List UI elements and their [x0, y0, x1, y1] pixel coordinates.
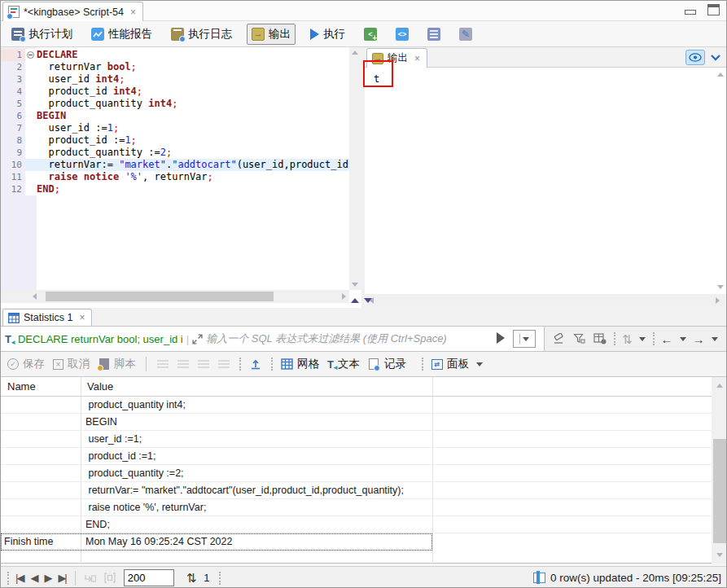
view-menu-chevron-icon[interactable] [710, 54, 721, 61]
prev-page-icon[interactable]: ◀ [30, 572, 37, 584]
scroll-down-icon[interactable] [352, 283, 358, 287]
watch-output-button[interactable] [685, 50, 705, 65]
scroll-up-icon[interactable] [717, 72, 724, 77]
cell-value[interactable]: product_quantity :=2; [85, 467, 431, 479]
scroll-up-icon[interactable] [352, 50, 358, 55]
open-sql-editor-button[interactable]: <> [392, 25, 413, 43]
export-icon[interactable] [249, 358, 261, 371]
sash-up-icon[interactable] [351, 298, 359, 303]
output-horizontal-scrollbar[interactable] [366, 294, 725, 306]
sash-arrows[interactable] [351, 298, 372, 303]
code-line[interactable]: 11 raise notice '%', returnVar; [1, 171, 349, 183]
code-line[interactable]: 7 user_id :=1; [1, 122, 349, 134]
filter-input[interactable]: T◄ DECLARE returnVar bool; user_id i | 输… [1, 327, 545, 351]
code-line[interactable]: 8 product_id :=1; [1, 134, 349, 147]
close-icon[interactable]: × [79, 312, 85, 323]
cell-value[interactable]: returnVar:= "market"."addtocart"(user_id… [85, 485, 431, 496]
output-toggle-button[interactable]: → 输出 [247, 24, 296, 45]
code-line[interactable]: 6BEGIN [1, 110, 349, 122]
table-row[interactable]: Finish timeMon May 16 09:25:24 CST 2022 [1, 533, 432, 551]
fetch-next-page-icon[interactable] [85, 572, 97, 584]
close-icon[interactable]: × [414, 53, 420, 64]
code-line[interactable]: 9 product_quantity :=2; [1, 147, 349, 159]
scrollbar-thumb[interactable] [46, 292, 274, 301]
cell-value[interactable]: Mon May 16 09:25:24 CST 2022 [85, 536, 431, 547]
expand-icon[interactable] [192, 334, 203, 344]
panels-dropdown-icon[interactable] [476, 362, 483, 366]
fold-collapse-icon[interactable] [27, 51, 34, 59]
cell-value[interactable]: END; [85, 519, 431, 530]
scroll-right-icon[interactable] [716, 297, 720, 304]
edit-row-icon[interactable] [156, 358, 169, 371]
table-row[interactable]: product_quantity int4; [1, 397, 712, 414]
editor-vertical-scrollbar[interactable] [349, 47, 361, 290]
table-row[interactable]: user_id :=1; [1, 431, 712, 448]
forward-icon[interactable]: → [693, 333, 705, 345]
page-size-input[interactable] [124, 569, 174, 586]
code-line[interactable]: 1DECLARE [1, 49, 349, 61]
table-row[interactable]: product_id :=1; [1, 448, 712, 465]
code-line[interactable]: 5 product_quantity int4; [1, 98, 349, 110]
filter-history-dropdown[interactable] [513, 330, 536, 348]
record-view-button[interactable]: 记录 [368, 357, 406, 371]
code-line[interactable]: 3 user_id int4; [1, 73, 349, 86]
cell-value[interactable]: raise notice '%', returnVar; [85, 502, 431, 513]
code-line[interactable]: 4 product_id int4; [1, 86, 349, 98]
text-view-button[interactable]: T◄ 文本 [327, 357, 360, 371]
output-console[interactable]: t [365, 68, 727, 294]
code-line[interactable]: 2 returnVar bool; [1, 61, 349, 73]
scroll-right-icon[interactable] [342, 293, 346, 300]
column-header-value[interactable]: Value [87, 380, 113, 393]
next-page-icon[interactable]: ▶ [44, 572, 50, 584]
table-row[interactable]: END; [1, 516, 712, 533]
table-row[interactable]: returnVar:= "market"."addtocart"(user_id… [1, 482, 712, 499]
duplicate-row-icon[interactable] [197, 358, 209, 371]
apply-filter-icon[interactable] [497, 332, 505, 344]
panels-button[interactable]: ⇄ 面板 [431, 357, 483, 371]
add-row-icon[interactable] [177, 358, 189, 371]
forward-dropdown-icon[interactable] [712, 337, 718, 341]
cell-value[interactable]: user_id :=1; [85, 433, 431, 445]
back-icon[interactable]: ← [661, 333, 673, 345]
cancel-button[interactable]: × 取消 [53, 357, 90, 371]
custom-filter-icon[interactable] [573, 333, 585, 344]
table-row[interactable]: BEGIN [1, 414, 712, 431]
table-header[interactable]: Name Value [1, 377, 712, 397]
last-page-icon[interactable]: ▶| [58, 572, 65, 584]
scroll-down-icon[interactable] [717, 285, 724, 289]
grid-settings-icon[interactable] [593, 333, 607, 344]
save-button[interactable]: ✓ 保存 [7, 357, 45, 371]
close-icon[interactable]: × [130, 7, 136, 18]
code-line[interactable]: 10 returnVar:= "market"."addtocart"(user… [1, 159, 349, 171]
perf-report-button[interactable]: 性能报告 [87, 24, 156, 44]
fetch-all-rows-icon[interactable] [104, 572, 116, 584]
refresh-icon[interactable]: ⇅ [622, 333, 633, 345]
sql-editor[interactable]: 1DECLARE2 returnVar bool;3 user_id int4;… [1, 47, 361, 308]
edit-script-button[interactable]: ✎ [455, 25, 476, 43]
table-row[interactable]: raise notice '%', returnVar; [1, 499, 712, 516]
first-page-icon[interactable]: |◀ [15, 572, 23, 584]
cell-value[interactable]: product_id :=1; [85, 450, 431, 462]
statistics-tab[interactable]: Statistics 1 × [2, 309, 92, 326]
back-dropdown-icon[interactable] [680, 337, 686, 341]
grid-view-button[interactable]: 网格 [281, 357, 319, 371]
table-row[interactable]: product_quantity :=2; [1, 465, 712, 482]
script-button[interactable]: 脚本 [98, 357, 136, 371]
clear-filter-icon[interactable] [553, 333, 565, 344]
table-vertical-scrollbar[interactable] [712, 377, 727, 564]
new-sql-editor-button[interactable]: <+ [360, 25, 381, 43]
scroll-up-icon[interactable] [716, 384, 723, 388]
editor-tab[interactable]: *<kingbase> Script-54 × [2, 2, 143, 21]
cell-value[interactable]: BEGIN [85, 416, 431, 428]
run-button[interactable]: 执行 [306, 24, 349, 44]
refresh-dropdown-icon[interactable] [639, 337, 646, 341]
sash-down-icon[interactable] [364, 298, 372, 303]
code-area[interactable]: 1DECLARE2 returnVar bool;3 user_id int4;… [1, 49, 349, 290]
scroll-left-icon[interactable] [33, 293, 37, 300]
cell-name[interactable]: Finish time [4, 536, 79, 547]
exec-plan-button[interactable]: 执行计划 [7, 24, 77, 44]
scrollbar-thumb[interactable] [713, 439, 726, 543]
code-line[interactable]: 12END; [1, 183, 349, 195]
scroll-down-icon[interactable] [716, 553, 723, 557]
refresh-page-icon[interactable]: ⇅ [186, 572, 197, 584]
